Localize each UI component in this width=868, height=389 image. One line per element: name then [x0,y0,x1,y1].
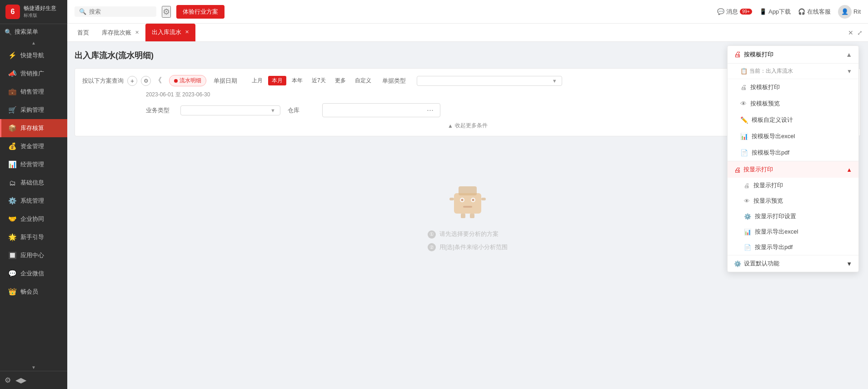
dropdown-item-template-custom[interactable]: ✏️ 模板自定义设计 [728,112,858,128]
date-label: 单据日期 [214,77,241,85]
topbar-search-input[interactable] [89,8,144,15]
sidebar-nav: ⚡ 快捷导航 📣 营销推广 💼 销售管理 🛒 采购管理 📦 库存核算 💰 资金管… [0,46,67,364]
sidebar-search-menu[interactable]: 🔍 搜索菜单 [0,24,67,40]
sidebar-item-kucun[interactable]: 📦 库存核算 [0,119,67,137]
scroll-up-btn[interactable]: ▲ [31,40,36,45]
sidebar-item-xiezuo[interactable]: 🤝 企业协同 [0,210,67,228]
date-tab-this-year[interactable]: 本年 [288,76,306,85]
sidebar-item-label-xiaoshou: 销售管理 [20,88,61,96]
footer-label: 设置默认功能 [744,259,779,268]
dropdown-item-template-preview[interactable]: 👁 按模板预览 [728,95,858,112]
date-tab-this-month[interactable]: 本月 [268,76,286,85]
svg-point-4 [461,199,464,201]
sidebar-item-xiaoshou[interactable]: 💼 销售管理 [0,83,67,101]
voucher-type-arrow: ▼ [552,78,557,84]
svg-rect-10 [470,214,474,218]
user-avatar-img: 👤 [841,8,848,15]
sidebar-item-yingyong[interactable]: 🔲 应用中心 [0,246,67,264]
sidebar-item-weixin[interactable]: 💬 企业微信 [0,264,67,283]
online-service-btn[interactable]: 🎧 在线客服 [798,8,831,16]
sidebar-item-xinshou[interactable]: 🌟 新手引导 [0,228,67,246]
sidebar-scroll-up[interactable]: ▲ [0,40,67,46]
xiaoshou-icon: 💼 [8,88,17,96]
voucher-type-select[interactable]: ▼ [417,76,562,86]
collapse-more-btn[interactable]: ▲ 收起更多条件 [448,122,488,130]
message-btn[interactable]: 💬 消息 99+ [717,8,752,16]
sidebar-item-huiyuan[interactable]: 👑 畅会员 [0,283,67,301]
template-pdf-icon: 📄 [740,149,748,156]
current-template-info: 📋 当前：出入库流水 [740,67,793,75]
kucun-icon: 📦 [8,124,17,132]
trial-industry-btn[interactable]: 体验行业方案 [176,5,224,19]
dropdown-item-template-print[interactable]: 🖨 按模板打印 [728,79,858,95]
dropdown-item-template-excel[interactable]: 📊 按模板导出excel [728,128,858,145]
sidebar-item-jingying[interactable]: 📊 经营管理 [0,155,67,174]
warehouse-select[interactable]: ··· [322,103,440,117]
sidebar-item-label-caigou: 采购管理 [20,106,61,114]
tip-num-1: ① [428,230,436,239]
sidebar-footer: ⚙ ◀▶ [0,371,67,389]
template-print-item-label: 按模板打印 [750,83,780,91]
sidebar: 6 畅捷通好生意 标准版 🔍 搜索菜单 ▲ ⚡ 快捷导航 📣 营销推广 💼 销售… [0,0,67,389]
collapse-sidebar-icon[interactable]: ◀▶ [15,376,26,384]
sidebar-item-jichu[interactable]: 🗂 基础信息 [0,174,67,192]
window-expand-btn[interactable]: ⤢ [857,29,863,36]
warehouse-more-btn[interactable]: ··· [425,105,435,115]
sidebar-item-kuaijie[interactable]: ⚡ 快捷导航 [0,46,67,65]
app-download-btn[interactable]: 📱 App下载 [759,8,791,16]
empty-tip-2: ② 用[选]条件来缩小分析范围 [428,243,508,252]
section-2-icon: 🖨 [734,166,741,174]
tab-flow[interactable]: 出入库流水 ✕ [145,24,195,41]
empty-tips: ① 请先选择要分析的方案 ② 用[选]条件来缩小分析范围 [428,230,508,253]
dropdown-item-display-excel[interactable]: 📊 按显示导出excel [728,224,858,239]
dropdown-item-template-pdf[interactable]: 📄 按模板导出pdf [728,145,858,161]
xiezuo-icon: 🤝 [8,215,17,223]
dropdown-footer[interactable]: ⚙️ 设置默认功能 ▼ [728,255,858,272]
filter-add-btn[interactable]: + [127,76,137,86]
filter-collapse-btn[interactable]: 《 [155,76,162,85]
display-preview-icon: 👁 [744,198,750,204]
date-tab-last-month[interactable]: 上月 [248,76,266,85]
sidebar-item-label-yingyong: 应用中心 [20,251,61,259]
window-close-btn[interactable]: ✕ [848,29,853,36]
tab-batch-close[interactable]: ✕ [135,30,139,35]
dropdown-item-display-print[interactable]: 🖨 按显示打印 [728,178,858,193]
sidebar-scroll-down[interactable]: ▼ [0,364,67,371]
mobile-icon: 📱 [759,8,767,15]
sidebar-item-yingxiao[interactable]: 📣 营销推广 [0,65,67,83]
tab-home-label: 首页 [77,29,89,37]
scroll-down-btn[interactable]: ▼ [31,365,36,370]
active-filter-tag[interactable]: 流水明细 [169,75,206,86]
date-tab-custom[interactable]: 自定义 [351,76,375,85]
date-tab-more[interactable]: 更多 [331,76,349,85]
display-settings-item-label: 按显示打印设置 [755,212,796,220]
jichu-icon: 🗂 [8,179,17,187]
sidebar-item-xitong[interactable]: ⚙️ 系统管理 [0,192,67,210]
svg-rect-6 [463,206,472,208]
svg-rect-8 [481,198,486,200]
dropdown-collapse-btn[interactable]: ▲ [846,51,852,58]
tab-flow-close[interactable]: ✕ [185,29,189,35]
app-download-label: App下载 [768,8,791,16]
biz-type-label: 业务类型 [146,106,173,115]
topbar-settings-btn[interactable]: ⚙ [162,6,171,18]
dropdown-item-display-pdf[interactable]: 📄 按显示导出pdf [728,239,858,255]
date-tab-7days[interactable]: 近7天 [308,76,329,85]
tab-batch[interactable]: 库存批次账 ✕ [95,24,145,41]
user-avatar-area[interactable]: 👤 Rit [838,5,861,19]
biz-type-select[interactable]: ▼ [180,105,280,115]
filter-query-label: 按以下方案查询 [82,77,124,85]
dropdown-section-2-header[interactable]: 🖨 按显示打印 ▲ [728,161,858,178]
settings-footer-icon[interactable]: ⚙ [5,376,11,384]
display-print-item-label: 按显示打印 [753,181,783,190]
sidebar-item-caigou[interactable]: 🛒 采购管理 [0,101,67,119]
tab-home[interactable]: 首页 [71,24,95,41]
filter-config-btn[interactable]: ⚙ [141,76,151,86]
dropdown-section-2: 🖨 按显示打印 ▲ 🖨 按显示打印 👁 按显示预览 ⚙️ 按显示打印设置 📊 按… [728,161,858,255]
topbar-search-box[interactable]: 🔍 [75,6,156,17]
sidebar-item-zijin[interactable]: 💰 资金管理 [0,137,67,155]
dropdown-item-display-preview[interactable]: 👁 按显示预览 [728,193,858,209]
dropdown-item-display-settings[interactable]: ⚙️ 按显示打印设置 [728,209,858,224]
current-template-label: 当前：出入库流水 [749,67,793,75]
svg-rect-1 [459,186,477,195]
